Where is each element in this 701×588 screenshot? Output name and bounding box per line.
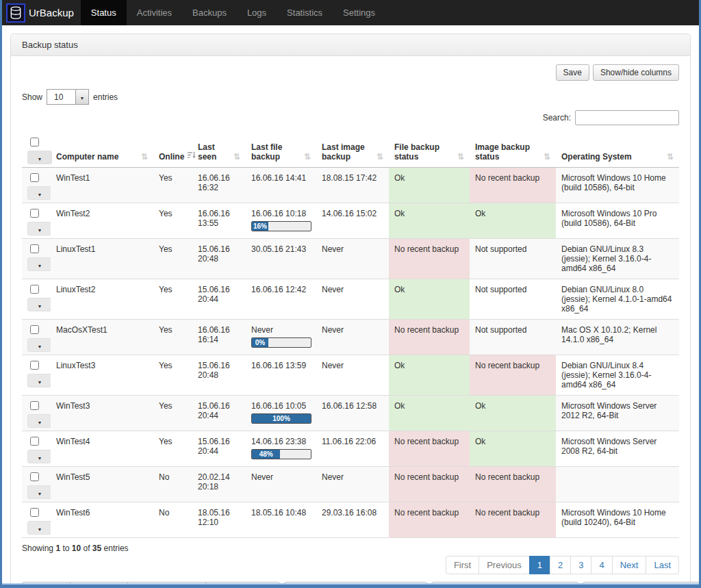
- sort-icon: ⇅: [544, 152, 550, 162]
- page-1[interactable]: 1: [529, 556, 550, 574]
- last-file-backup-cell: 18.05.16 10:48: [246, 502, 316, 538]
- column-header-last-file-backup[interactable]: Last file backup⇅: [246, 132, 316, 168]
- file-backup-status-cell: No recent backup: [389, 431, 470, 467]
- row-checkbox[interactable]: [30, 472, 39, 481]
- row-menu-button[interactable]: [27, 186, 51, 200]
- computer-name-cell: MacOsXTest1: [51, 320, 153, 355]
- column-header-last-seen[interactable]: Last seen⇅: [192, 132, 246, 168]
- row-menu-button[interactable]: [27, 222, 51, 235]
- caret-down-icon: [38, 487, 42, 498]
- row-checkbox[interactable]: [30, 325, 39, 334]
- entries-select[interactable]: 10: [47, 89, 89, 105]
- row-menu-button[interactable]: [27, 414, 51, 428]
- caret-down-icon: [38, 452, 42, 462]
- show-hide-columns-button[interactable]: Show/hide columns: [593, 64, 679, 81]
- row-checkbox[interactable]: [30, 173, 39, 182]
- row-checkbox[interactable]: [30, 508, 39, 517]
- last-image-backup-cell: Never: [316, 355, 389, 396]
- brand[interactable]: UrBackup: [2, 0, 81, 25]
- column-header-computer-name[interactable]: Computer name⇅: [51, 132, 153, 168]
- online-cell: Yes: [153, 168, 192, 203]
- save-button[interactable]: Save: [556, 64, 589, 81]
- row-select-cell: [22, 431, 51, 467]
- row-checkbox[interactable]: [30, 244, 39, 253]
- row-menu-button[interactable]: [27, 521, 51, 535]
- column-header-last-image-backup[interactable]: Last image backup⇅: [316, 132, 389, 168]
- online-cell: Yes: [153, 320, 192, 355]
- row-checkbox[interactable]: [30, 209, 39, 218]
- page-first[interactable]: First: [446, 556, 479, 574]
- table-body: WinTest1Yes16.06.16 16:3216.06.16 14:411…: [22, 168, 679, 538]
- search-input[interactable]: [575, 110, 679, 125]
- page-next[interactable]: Next: [612, 556, 647, 574]
- row-menu-button[interactable]: [27, 485, 51, 499]
- image-backup-status-cell: Ok: [470, 431, 556, 467]
- last-seen-cell: 16.06.16 13:55: [192, 203, 246, 239]
- header-menu-button[interactable]: [27, 151, 52, 164]
- last-image-backup-cell: 14.06.16 15:02: [316, 203, 389, 239]
- page-last[interactable]: Last: [646, 556, 679, 574]
- last-seen-cell: 15.06.16 20:44: [192, 396, 246, 431]
- select-all-checkbox[interactable]: [30, 138, 39, 146]
- computer-name-cell: WinTest3: [51, 396, 153, 431]
- column-header-image-backup-status[interactable]: Image backup status⇅: [470, 132, 556, 168]
- page-previous[interactable]: Previous: [479, 556, 530, 574]
- file-backup-status-cell: Ok: [389, 355, 470, 396]
- row-checkbox[interactable]: [30, 401, 39, 410]
- navbar: UrBackup Status Activities Backups Logs …: [2, 0, 699, 25]
- column-header-online[interactable]: Online: [153, 132, 192, 168]
- row-menu-button[interactable]: [27, 374, 51, 387]
- row-checkbox[interactable]: [30, 437, 39, 446]
- table-row: WinTest2Yes16.06.16 13:5516.06.16 10:181…: [22, 203, 679, 239]
- last-image-backup-cell: 18.08.15 17:42: [316, 168, 389, 203]
- row-select-cell: [22, 320, 51, 355]
- online-cell: Yes: [153, 396, 192, 431]
- online-cell: No: [153, 502, 192, 538]
- row-select-cell: [22, 239, 51, 279]
- nav-tab-settings[interactable]: Settings: [333, 0, 385, 25]
- progress-label: 0%: [255, 339, 265, 346]
- row-select-cell: [22, 502, 51, 538]
- operating-system-cell: Debian GNU/Linux 8.3 (jessie); Kernel 3.…: [556, 239, 679, 279]
- nav-tab-backups[interactable]: Backups: [182, 0, 237, 25]
- row-menu-button[interactable]: [27, 257, 51, 271]
- online-cell: Yes: [153, 355, 192, 396]
- row-checkbox[interactable]: [30, 285, 39, 294]
- file-backup-status-cell: Ok: [389, 279, 470, 320]
- operating-system-cell: [556, 467, 679, 502]
- last-seen-cell: 15.06.16 20:48: [192, 239, 246, 279]
- file-backup-status-cell: No recent backup: [389, 467, 470, 502]
- nav-tab-activities[interactable]: Activities: [127, 0, 182, 25]
- operating-system-cell: Debian GNU/Linux 8.4 (jessie); Kernel 3.…: [556, 355, 679, 396]
- file-backup-progress-bar: 48%: [251, 449, 311, 459]
- column-header-operating-system[interactable]: Operating System⇅: [556, 132, 679, 168]
- last-file-backup-cell: 14.06.16 23:3848%: [246, 431, 316, 467]
- page-2[interactable]: 2: [550, 556, 571, 574]
- last-file-backup-text: Never: [251, 325, 273, 335]
- operating-system-cell: Debian GNU/Linux 8.0 (jessie); Kernel 4.…: [556, 279, 679, 320]
- row-menu-button[interactable]: [27, 298, 51, 311]
- brand-title: UrBackup: [29, 7, 74, 18]
- sort-icon: ⇅: [304, 152, 311, 162]
- urbackup-logo-icon: [6, 3, 25, 23]
- row-checkbox[interactable]: [30, 361, 39, 370]
- sort-desc-icon: [187, 151, 196, 162]
- row-menu-button[interactable]: [27, 450, 51, 463]
- table-row: LinuxTest2Yes15.06.16 20:4416.06.16 12:4…: [22, 279, 679, 320]
- nav-tab-statistics[interactable]: Statistics: [277, 0, 333, 25]
- nav-tab-logs[interactable]: Logs: [237, 0, 277, 25]
- caret-down-icon: [38, 523, 42, 533]
- nav-tab-status[interactable]: Status: [81, 0, 127, 25]
- last-image-backup-cell: Never: [316, 239, 389, 279]
- backup-status-panel: Backup status Save Show/hide columns Sho…: [10, 34, 691, 583]
- last-file-backup-cell: 16.06.16 12:42: [246, 279, 316, 320]
- sort-icon: ⇅: [233, 152, 240, 162]
- online-cell: Yes: [153, 203, 192, 239]
- last-seen-cell: 20.02.14 20:18: [192, 467, 246, 502]
- last-image-backup-cell: 29.03.16 16:08: [316, 502, 389, 538]
- page-4[interactable]: 4: [591, 556, 612, 574]
- column-header-file-backup-status[interactable]: File backup status⇅: [389, 132, 470, 168]
- row-menu-button[interactable]: [27, 338, 51, 352]
- page-3[interactable]: 3: [570, 556, 591, 574]
- file-backup-status-cell: Ok: [389, 203, 470, 239]
